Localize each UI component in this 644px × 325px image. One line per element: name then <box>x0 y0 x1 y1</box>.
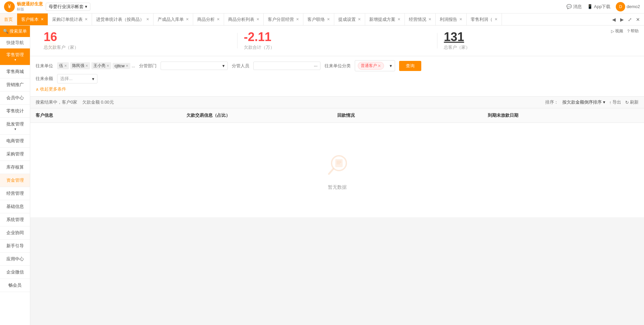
store-selector[interactable]: 母婴行业演示帐套 ▾ <box>46 3 90 11</box>
tab-promotion-settings[interactable]: 提成设置 ✕ <box>334 13 365 26</box>
tab-purchase-orders[interactable]: 采购订单统计表 ✕ <box>48 13 92 26</box>
svg-rect-4 <box>335 159 343 167</box>
sidebar-item-app-center[interactable]: 应用中心 <box>0 253 30 266</box>
sidebar-item-ecommerce[interactable]: 电商管理 <box>0 135 30 148</box>
stats-actions: ▷ 视频 ? 帮助 <box>611 28 639 34</box>
logo-text: 畅捷通好生意 <box>17 1 43 7</box>
top-bar-right: 💬 消息 📱 App下载 D demo2 <box>566 2 640 11</box>
stats-bar: 16 总欠款客户（家） -2.11 欠款合计（万） 131 总客户（家） ▷ <box>30 26 644 56</box>
tab-home[interactable]: 首页 <box>0 13 17 26</box>
tab-close-icon[interactable]: ✕ <box>428 17 431 22</box>
sidebar-item-vip-member[interactable]: 畅会员 <box>0 279 30 292</box>
tab-next-button[interactable]: ▶ <box>618 16 625 23</box>
tab-close-all-button[interactable]: ✕ <box>635 16 641 23</box>
empty-text: 暂无数据 <box>328 184 347 190</box>
user-profile[interactable]: D demo2 <box>616 2 640 11</box>
svg-point-1 <box>44 42 57 50</box>
tab-product-entry[interactable]: 产成品入库单 ✕ <box>154 13 193 26</box>
tab-product-analysis[interactable]: 商品分析 ✕ <box>193 13 224 26</box>
tab-close-icon[interactable]: ✕ <box>358 17 361 22</box>
tab-close-icon[interactable]: ✕ <box>296 17 299 22</box>
tab-operation-status[interactable]: 经营情况 ✕ <box>405 13 436 26</box>
top-bar: ¥ 畅捷通好生意 标版 母婴行业演示帐套 ▾ 💬 消息 📱 App下载 D de… <box>0 0 644 13</box>
tab-close-icon[interactable]: ✕ <box>397 17 400 22</box>
nav-tabs: 首页 客户账本 ✕ 采购订单统计表 ✕ 进货单统计表（按商品） ✕ 产成品入库单… <box>0 13 644 26</box>
tab-expand-button[interactable]: ⤢ <box>627 16 633 23</box>
avatar: D <box>616 2 625 11</box>
tag-close-wu[interactable]: ✕ <box>64 64 67 68</box>
content-area: 16 总欠款客户（家） -2.11 欠款合计（万） 131 总客户（家） ▷ <box>30 26 644 325</box>
filter-tag-wang: 王小亮 ✕ <box>91 62 111 69</box>
svg-point-0 <box>46 34 54 42</box>
tag-close-category[interactable]: ✕ <box>378 64 381 68</box>
sidebar-item-enterprise[interactable]: 企业协同 <box>0 226 30 240</box>
tab-customer-segment[interactable]: 客户分层经营 ✕ <box>264 13 303 26</box>
video-button[interactable]: ▷ 视频 <box>611 28 623 34</box>
tab-new-promotion-plan[interactable]: 新增提成方案 ✕ <box>365 13 405 26</box>
tag-close-wang[interactable]: ✕ <box>106 64 109 68</box>
balance-select[interactable]: 选择... ▾ <box>57 74 97 83</box>
tab-close-icon[interactable]: ✕ <box>146 17 149 22</box>
tab-customer-contact[interactable]: 客户联络 ✕ <box>303 13 334 26</box>
chevron-down-icon: ▾ <box>14 127 16 131</box>
sidebar-item-member-center[interactable]: 会员中心 <box>0 92 30 105</box>
tab-retail-profit[interactable]: 零售利润（ ✕ <box>467 13 502 26</box>
tab-purchase-stats[interactable]: 进货单统计表（按商品） ✕ <box>92 13 154 26</box>
sort-select[interactable]: 按欠款金额倒序排序 ▾ <box>562 99 605 105</box>
help-button[interactable]: ? 帮助 <box>627 28 639 34</box>
tab-close-icon[interactable]: ✕ <box>256 17 259 22</box>
sidebar-item-retail-mall[interactable]: 零售商城 <box>0 65 30 78</box>
sidebar-search[interactable]: 🔍 搜索菜单 <box>0 26 30 37</box>
table-container: 客户信息 欠款交易信息（占比） 回款情况 到期未放款日期 <box>30 108 644 217</box>
col-header-repay: 回款情况 <box>337 112 488 118</box>
sidebar-item-basic-info[interactable]: 基础信息 <box>0 200 30 213</box>
filter-tag-wu: 伍 ✕ <box>57 62 69 69</box>
message-button[interactable]: 💬 消息 <box>566 4 582 10</box>
sidebar-item-marketing[interactable]: 营销推广 <box>0 78 30 92</box>
sidebar-item-retail-mgmt[interactable]: 零售管理 ▾ <box>0 48 30 65</box>
sidebar-item-finance-mgmt[interactable]: 资金管理 <box>0 174 30 187</box>
tab-close-icon[interactable]: ✕ <box>41 17 44 22</box>
dept-filter-label: 分管部门 <box>139 63 157 69</box>
tab-controls: ◀ ▶ ⤢ ✕ <box>608 16 644 23</box>
filter-tag-cj: cjttcw ✕ <box>113 63 130 69</box>
logo-area: ¥ 畅捷通好生意 标版 <box>4 1 43 12</box>
filter-more-btn[interactable]: ... <box>132 64 135 68</box>
tab-prev-button[interactable]: ◀ <box>610 16 617 23</box>
sidebar-quick-nav[interactable]: 快捷导航 <box>0 37 30 48</box>
refresh-button[interactable]: ↻ 刷新 <box>625 99 639 105</box>
app-download-button[interactable]: 📱 App下载 <box>587 4 610 10</box>
sidebar-item-wholesale-mgmt[interactable]: 批发管理 ▾ <box>0 118 30 135</box>
sidebar-item-system-mgmt[interactable]: 系统管理 <box>0 213 30 226</box>
svg-line-3 <box>329 169 333 174</box>
tab-close-icon[interactable]: ✕ <box>459 17 462 22</box>
query-button[interactable]: 查询 <box>399 61 421 71</box>
tab-close-icon[interactable]: ✕ <box>186 17 189 22</box>
unit-category-label: 往来单位分类 <box>325 63 351 69</box>
export-button[interactable]: ↑ 导出 <box>609 99 621 105</box>
filter-tags-unit: 伍 ✕ 陈民强 ✕ 王小亮 ✕ cjttcw ✕ ... <box>57 62 135 69</box>
tab-profit-report[interactable]: 利润报告 ✕ <box>436 13 467 26</box>
empty-state: 暂无数据 <box>30 123 644 217</box>
tag-close-cj[interactable]: ✕ <box>126 64 128 68</box>
export-icon: ↑ <box>609 100 612 105</box>
sidebar-item-retail-stats[interactable]: 零售统计 <box>0 105 30 118</box>
tag-close-chen[interactable]: ✕ <box>85 64 88 68</box>
tab-customers[interactable]: 客户账本 ✕ <box>17 13 48 26</box>
unit-category-select[interactable]: 普通客户 ✕ ▾ <box>355 60 395 71</box>
sidebar-item-ops-mgmt[interactable]: 经营管理 <box>0 187 30 200</box>
col-header-debt: 欠款交易信息（占比） <box>186 112 337 118</box>
tab-close-icon[interactable]: ✕ <box>327 17 330 22</box>
tab-close-icon[interactable]: ✕ <box>85 17 88 22</box>
tab-close-icon[interactable]: ✕ <box>217 17 220 22</box>
sidebar-item-new-guide[interactable]: 新手引导 <box>0 240 30 253</box>
sidebar-item-purchase-mgmt[interactable]: 采购管理 <box>0 148 30 161</box>
chevron-down-icon: ▾ <box>92 76 94 81</box>
person-select[interactable]: ··· <box>253 62 320 70</box>
tab-product-analysis-list[interactable]: 商品分析列表 ✕ <box>224 13 264 26</box>
collapse-button[interactable]: ∧ 收起更多条件 <box>36 86 639 92</box>
sidebar-item-enterprise-wechat[interactable]: 企业微信 <box>0 266 30 279</box>
dept-select[interactable]: ▾ <box>161 62 228 70</box>
sidebar-item-inventory[interactable]: 库存核算 <box>0 161 30 174</box>
tab-close-icon[interactable]: ✕ <box>495 17 498 22</box>
